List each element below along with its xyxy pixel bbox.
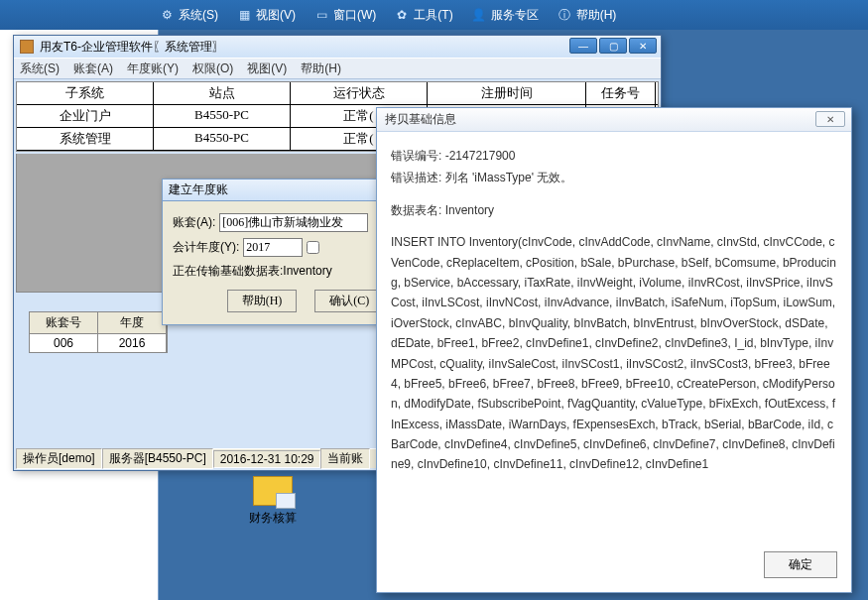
grid-icon: ▦ bbox=[236, 7, 252, 23]
menu-view[interactable]: ▦视图(V) bbox=[236, 7, 296, 24]
status-operator: 操作员[demo] bbox=[16, 448, 102, 469]
app-icon bbox=[20, 40, 34, 54]
cmenu-help[interactable]: 帮助(H) bbox=[301, 60, 341, 77]
year-label: 会计年度(Y): bbox=[173, 239, 239, 256]
table-label: 数据表名: bbox=[391, 203, 441, 217]
error-titlebar[interactable]: 拷贝基础信息 ✕ bbox=[377, 108, 851, 132]
main-menubar: ⚙系统(S) ▦视图(V) ▭窗口(W) ✿工具(T) 👤服务专区 ⓘ帮助(H) bbox=[0, 0, 868, 30]
status-server: 服务器[B4550-PC] bbox=[102, 448, 213, 469]
maximize-button[interactable]: ▢ bbox=[599, 38, 627, 54]
acct-col-id[interactable]: 账套号 bbox=[30, 312, 98, 333]
col-subsystem[interactable]: 子系统 bbox=[17, 82, 154, 104]
cmenu-system[interactable]: 系统(S) bbox=[20, 60, 60, 77]
gear-icon: ⚙ bbox=[159, 7, 175, 23]
close-button[interactable]: ✕ bbox=[629, 38, 657, 54]
status-current: 当前账 bbox=[320, 448, 370, 469]
menu-tools[interactable]: ✿工具(T) bbox=[394, 7, 452, 24]
window-titlebar[interactable]: 用友T6-企业管理软件〖系统管理〗 — ▢ ✕ bbox=[14, 36, 661, 58]
tools-icon: ✿ bbox=[394, 7, 410, 23]
window-icon: ▭ bbox=[313, 7, 329, 23]
grid-header: 子系统 站点 运行状态 注册时间 任务号 bbox=[17, 82, 658, 105]
finance-icon bbox=[253, 476, 293, 506]
table-name: Inventory bbox=[445, 203, 494, 217]
menu-system[interactable]: ⚙系统(S) bbox=[159, 7, 218, 24]
col-site[interactable]: 站点 bbox=[154, 82, 291, 104]
acct-col-year[interactable]: 年度 bbox=[98, 312, 167, 333]
err-desc-label: 错误描述: bbox=[391, 171, 441, 184]
col-taskno[interactable]: 任务号 bbox=[586, 82, 656, 104]
cmenu-view[interactable]: 视图(V) bbox=[247, 60, 287, 77]
minimize-button[interactable]: — bbox=[569, 38, 597, 54]
desktop-icon-finance[interactable]: 财务核算 bbox=[233, 476, 312, 527]
menu-window[interactable]: ▭窗口(W) bbox=[313, 7, 376, 24]
acct-input[interactable] bbox=[219, 213, 368, 232]
account-table: 账套号 年度 006 2016 bbox=[29, 311, 168, 353]
window-title: 用友T6-企业管理软件〖系统管理〗 bbox=[40, 39, 224, 56]
cmenu-auth[interactable]: 权限(O) bbox=[192, 60, 233, 77]
error-title: 拷贝基础信息 bbox=[385, 111, 456, 128]
child-menubar: 系统(S) 账套(A) 年度账(Y) 权限(O) 视图(V) 帮助(H) bbox=[14, 58, 661, 79]
table-row[interactable]: 006 2016 bbox=[30, 334, 167, 352]
sql-text: INSERT INTO Inventory(cInvCode, cInvAddC… bbox=[391, 232, 837, 475]
user-icon: 👤 bbox=[471, 7, 487, 23]
status-datetime: 2016-12-31 10:29 bbox=[213, 450, 321, 468]
help-icon: ⓘ bbox=[557, 7, 572, 23]
col-state[interactable]: 运行状态 bbox=[291, 82, 428, 104]
menu-service[interactable]: 👤服务专区 bbox=[471, 7, 539, 24]
err-desc: 列名 'iMassType' 无效。 bbox=[445, 171, 573, 184]
close-button[interactable]: ✕ bbox=[815, 111, 845, 127]
year-checkbox[interactable] bbox=[307, 241, 319, 254]
cmenu-account[interactable]: 账套(A) bbox=[73, 60, 113, 77]
ok-button[interactable]: 确定 bbox=[764, 551, 837, 578]
acct-label: 账套(A): bbox=[173, 214, 215, 231]
error-dialog: 拷贝基础信息 ✕ 错误编号: -2147217900 错误描述: 列名 'iMa… bbox=[376, 107, 852, 593]
err-code: -2147217900 bbox=[445, 149, 516, 163]
cmenu-year[interactable]: 年度账(Y) bbox=[127, 60, 179, 77]
err-code-label: 错误编号: bbox=[391, 149, 441, 163]
menu-help[interactable]: ⓘ帮助(H) bbox=[557, 7, 617, 24]
col-regtime[interactable]: 注册时间 bbox=[428, 82, 586, 104]
desktop-icon-label: 财务核算 bbox=[233, 510, 312, 527]
confirm-button[interactable]: 确认(C) bbox=[314, 290, 384, 312]
year-input[interactable] bbox=[243, 238, 303, 257]
help-button[interactable]: 帮助(H) bbox=[227, 290, 298, 312]
